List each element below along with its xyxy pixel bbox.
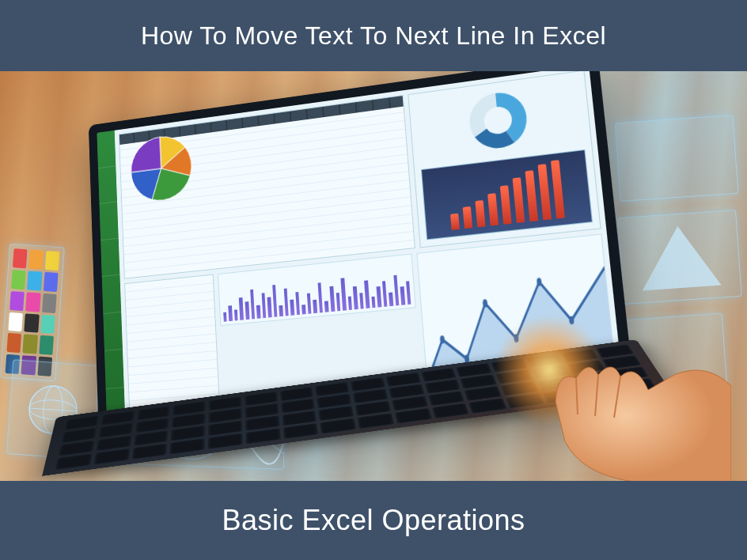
footer-bar: Basic Excel Operations [0,481,747,560]
donut-chart [415,78,584,162]
bar-chart-red [421,149,593,240]
spreadsheet-grid-top [119,95,415,279]
holo-panel-grid [615,115,739,202]
footer-title: Basic Excel Operations [222,504,525,537]
pie-chart [127,129,197,208]
holo-panel-triangle [617,210,741,305]
page-title: How To Move Text To Next Line In Excel [141,21,606,51]
hero-illustration [0,71,747,481]
chart-panel-right [408,71,601,248]
title-bar: How To Move Text To Next Line In Excel [0,0,747,71]
